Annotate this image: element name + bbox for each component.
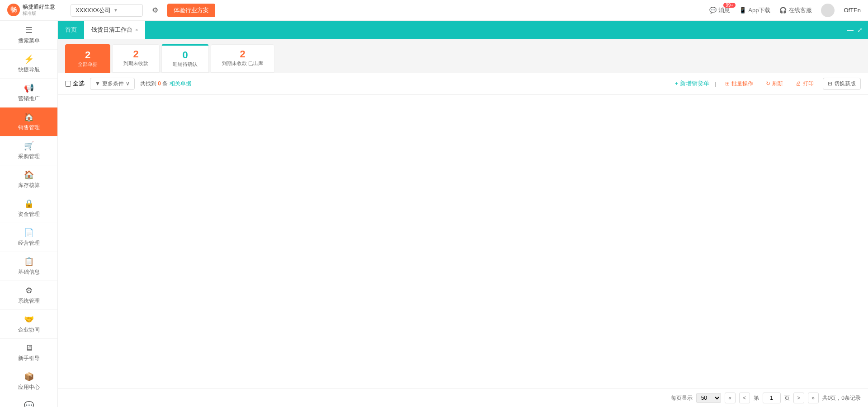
tab-active[interactable]: 钱货日清工作台 × xyxy=(84,21,145,39)
sidebar-inventory-label: 库存核算 xyxy=(18,182,40,189)
marketing-icon: 📢 xyxy=(24,83,34,93)
switch-button[interactable]: ⊟ 切换新版 xyxy=(823,78,861,90)
pagination: 每页显示 50 100 200 « < 第 页 > » 共0页，0条记录 xyxy=(58,388,868,407)
batch-ops-button[interactable]: ⊞ 批量操作 xyxy=(722,78,757,89)
sidebar-guide-label: 新手引导 xyxy=(18,355,40,362)
search-icon: ☰ xyxy=(25,25,33,35)
first-page-button[interactable]: « xyxy=(725,393,736,403)
page-size-select[interactable]: 50 100 200 xyxy=(696,393,721,403)
select-all-checkbox[interactable] xyxy=(65,81,71,87)
settings-button[interactable]: ⚙ xyxy=(148,4,162,17)
page-label: 第 xyxy=(754,394,759,402)
tab-close-icon[interactable]: × xyxy=(135,27,138,33)
stat-overdue-label: 到期未收款 xyxy=(123,60,148,66)
sidebar: ☰ 搜索菜单 ⚡ 快捷导航 📢 营销推广 🏠 销售管理 🛒 采购管理 🏠 库存核… xyxy=(0,21,58,407)
batch-ops-label: 批量操作 xyxy=(731,80,753,88)
total-label: 共0页，0条记录 xyxy=(822,394,861,402)
batch-ops-icon: ⊞ xyxy=(725,80,730,87)
basic-info-icon: 📋 xyxy=(24,257,34,267)
sidebar-marketing-label: 营销推广 xyxy=(18,95,40,103)
sidebar-operations-label: 经营管理 xyxy=(18,239,40,247)
stat-tab-overdue[interactable]: 2 到期未收款 xyxy=(112,44,160,73)
avatar[interactable] xyxy=(821,4,835,17)
gear-icon: ⚙ xyxy=(152,6,158,14)
app-download-action[interactable]: 📱 App下载 xyxy=(739,6,770,14)
sidebar-item-cooperation[interactable]: 🤝 企业协同 xyxy=(0,310,57,339)
per-page-label: 每页显示 xyxy=(671,394,693,402)
main-content: 2 全部单据 2 到期未收款 0 旺铺待确认 2 到期未收款 已出库 全选 xyxy=(58,39,868,407)
print-label: 打印 xyxy=(803,80,814,88)
sidebar-item-system[interactable]: ⚙ 系统管理 xyxy=(0,281,57,310)
header-right: 💬 消息 99+ 📱 App下载 🎧 在线客服 OfTEn xyxy=(709,4,861,17)
company-name: XXXXXX公司 xyxy=(75,6,111,14)
page-input[interactable] xyxy=(763,393,781,403)
chevron-icon: ∨ xyxy=(126,80,130,87)
last-page-button[interactable]: » xyxy=(808,393,819,403)
trial-button[interactable]: 体验行业方案 xyxy=(167,4,215,17)
tab-home[interactable]: 首页 xyxy=(58,21,84,39)
sidebar-item-purchase[interactable]: 🛒 采购管理 xyxy=(0,136,57,165)
related-link[interactable]: 相关单据 xyxy=(170,80,191,87)
new-sales-button[interactable]: + 新增销货单 xyxy=(675,80,709,88)
filter-button[interactable]: ▼ 更多条件 ∨ xyxy=(90,78,135,90)
prev-page-icon: < xyxy=(743,395,746,401)
stat-pending-label: 旺铺待确认 xyxy=(173,61,198,67)
stat-tab-pending[interactable]: 0 旺铺待确认 xyxy=(161,44,209,73)
app-download-label: App下载 xyxy=(748,6,770,14)
sidebar-sales-label: 销售管理 xyxy=(18,124,40,131)
tab-bar: 首页 钱货日清工作台 × — ⤢ xyxy=(58,21,868,39)
sidebar-item-wechat[interactable]: 💬 企业微信 xyxy=(0,396,57,407)
sidebar-item-operations[interactable]: 📄 经营管理 xyxy=(0,223,57,252)
service-icon: 🎧 xyxy=(779,7,787,14)
stat-all-label: 全部单据 xyxy=(78,61,98,67)
prev-page-button[interactable]: < xyxy=(739,393,750,403)
switch-icon: ⊟ xyxy=(828,80,832,87)
sidebar-system-label: 系统管理 xyxy=(18,297,40,305)
sidebar-item-guide[interactable]: 🖥 新手引导 xyxy=(0,339,57,367)
minimize-icon[interactable]: — xyxy=(847,26,854,33)
found-text: 共找到 0 条 相关单据 xyxy=(140,80,191,88)
stat-tab-all[interactable]: 2 全部单据 xyxy=(65,44,110,73)
avatar-name: OfTEn xyxy=(844,7,861,14)
sidebar-item-sales[interactable]: 🏠 销售管理 xyxy=(0,108,57,136)
sidebar-app-center-label: 应用中心 xyxy=(18,384,40,391)
sidebar-item-finance[interactable]: 🔒 资金管理 xyxy=(0,194,57,223)
logo-badge: 标准版 xyxy=(23,10,55,17)
sales-icon: 🏠 xyxy=(24,112,34,122)
guide-icon: 🖥 xyxy=(25,343,33,353)
message-action[interactable]: 💬 消息 99+ xyxy=(709,6,730,14)
stat-tab-shipped[interactable]: 2 到期未收款 已出库 xyxy=(211,44,274,73)
online-service-action[interactable]: 🎧 在线客服 xyxy=(779,6,812,14)
next-page-button[interactable]: > xyxy=(793,393,804,403)
sidebar-item-basic-info[interactable]: 📋 基础信息 xyxy=(0,252,57,281)
stats-tabs: 2 全部单据 2 到期未收款 0 旺铺待确认 2 到期未收款 已出库 xyxy=(58,39,868,73)
stat-overdue-number: 2 xyxy=(133,48,138,60)
print-button[interactable]: 🖨 打印 xyxy=(792,78,817,89)
sidebar-item-marketing[interactable]: 📢 营销推广 xyxy=(0,79,57,108)
table-area xyxy=(58,95,868,388)
stat-shipped-number: 2 xyxy=(240,48,245,60)
sidebar-item-search[interactable]: ☰ 搜索菜单 xyxy=(0,21,57,50)
filter-icon: ▼ xyxy=(95,80,100,87)
online-service-label: 在线客服 xyxy=(788,6,812,14)
message-badge: 99+ xyxy=(723,3,736,8)
message-icon: 💬 xyxy=(709,7,717,14)
sidebar-item-quick-nav[interactable]: ⚡ 快捷导航 xyxy=(0,50,57,79)
logo-text: 畅捷通好生意 xyxy=(23,4,55,10)
expand-icon[interactable]: ⤢ xyxy=(857,26,863,33)
sidebar-item-inventory[interactable]: 🏠 库存核算 xyxy=(0,165,57,194)
header-left: 畅 畅捷通好生意 标准版 XXXXXX公司 ▼ ⚙ 体验行业方案 xyxy=(7,4,215,17)
print-icon: 🖨 xyxy=(796,80,801,87)
select-all-label: 全选 xyxy=(73,80,85,88)
cooperation-icon: 🤝 xyxy=(24,314,34,324)
stat-pending-number: 0 xyxy=(182,49,188,61)
sidebar-item-app-center[interactable]: 📦 应用中心 xyxy=(0,367,57,396)
company-selector[interactable]: XXXXXX公司 ▼ xyxy=(71,4,143,17)
stat-all-number: 2 xyxy=(85,49,90,61)
select-all-container[interactable]: 全选 xyxy=(65,80,85,88)
page-suffix: 页 xyxy=(784,394,790,402)
inventory-icon: 🏠 xyxy=(24,170,34,180)
refresh-button[interactable]: ↻ 刷新 xyxy=(762,78,787,89)
toolbar-left: 全选 ▼ 更多条件 ∨ 共找到 0 条 相关单据 xyxy=(65,78,669,90)
content-area: 2 全部单据 2 到期未收款 0 旺铺待确认 2 到期未收款 已出库 全选 xyxy=(58,39,868,407)
